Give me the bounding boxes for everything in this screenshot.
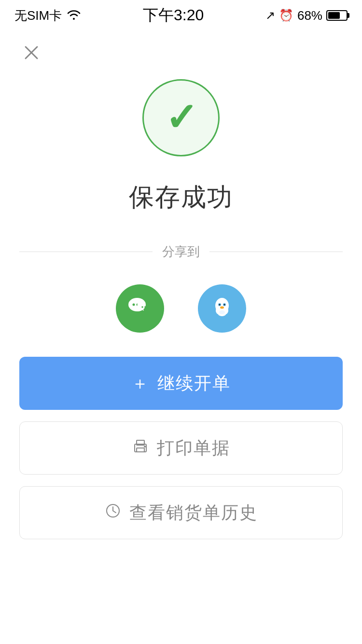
- svg-point-7: [144, 306, 146, 308]
- share-icons-row: [19, 284, 343, 333]
- action-buttons: ＋ 继续开单 打印单据 查看销货单历史: [19, 357, 343, 539]
- print-icon: [132, 437, 149, 459]
- history-label: 查看销货单历史: [129, 501, 258, 525]
- status-right-icons: ↗ ⏰ 68%: [265, 8, 348, 23]
- carrier-wifi: 无SIM卡: [14, 7, 81, 24]
- status-time: 下午3:20: [143, 5, 204, 26]
- wifi-icon: [67, 8, 81, 23]
- main-content: ✓ 保存成功 分享到: [0, 31, 362, 549]
- success-title: 保存成功: [129, 181, 233, 214]
- close-button[interactable]: [19, 41, 43, 65]
- divider-right: [209, 252, 343, 252]
- close-icon: [23, 44, 40, 61]
- battery-icon: [326, 10, 348, 21]
- checkmark-icon: ✓: [165, 98, 197, 137]
- share-label: 分享到: [162, 243, 200, 260]
- continue-icon: ＋: [131, 372, 150, 395]
- svg-point-21: [144, 446, 146, 448]
- share-divider: 分享到: [19, 243, 343, 260]
- status-bar: 无SIM卡 下午3:20 ↗ ⏰ 68%: [0, 0, 362, 31]
- svg-point-17: [219, 310, 225, 314]
- history-button[interactable]: 查看销货单历史: [19, 486, 343, 539]
- svg-point-6: [141, 306, 143, 308]
- svg-point-14: [219, 304, 221, 306]
- qq-icon: [208, 294, 237, 323]
- print-label: 打印单据: [157, 436, 230, 460]
- carrier-label: 无SIM卡: [14, 7, 62, 24]
- svg-point-4: [133, 304, 135, 306]
- wechat-icon: [125, 295, 154, 322]
- alarm-icon: ⏰: [279, 9, 293, 22]
- wechat-share-button[interactable]: [116, 284, 164, 333]
- svg-rect-20: [137, 448, 144, 452]
- continue-order-button[interactable]: ＋ 继续开单: [19, 357, 343, 410]
- location-icon: ↗: [265, 9, 275, 22]
- svg-point-16: [220, 307, 224, 309]
- qq-share-button[interactable]: [198, 284, 246, 333]
- svg-point-15: [224, 304, 225, 306]
- success-circle: ✓: [142, 79, 220, 156]
- continue-label: 继续开单: [157, 372, 231, 395]
- success-section: ✓ 保存成功: [19, 41, 343, 243]
- share-section: 分享到: [19, 243, 343, 333]
- battery-percent: 68%: [297, 8, 322, 23]
- divider-left: [19, 252, 153, 252]
- print-button[interactable]: 打印单据: [19, 421, 343, 475]
- history-icon: [104, 502, 122, 524]
